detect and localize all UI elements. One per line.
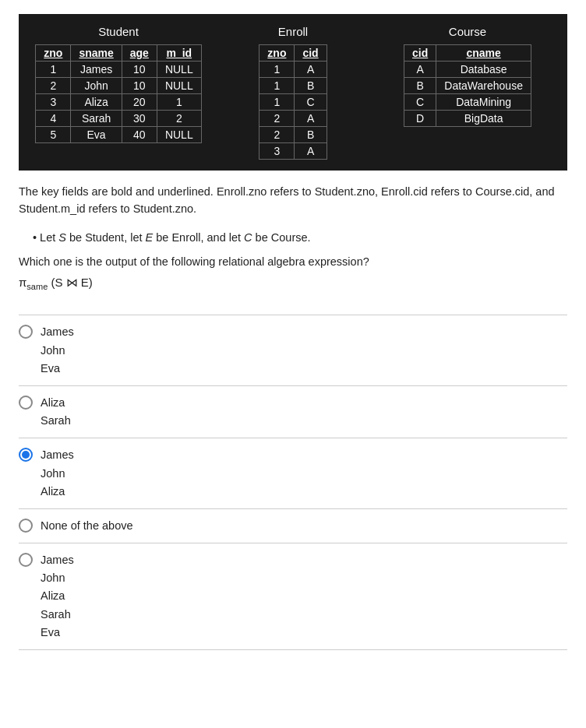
table-row: ADatabase: [404, 62, 531, 78]
course-col-cid: cid: [404, 45, 436, 62]
enroll-col-zno: zno: [259, 45, 295, 62]
student-col-zno: zno: [36, 45, 71, 62]
radio-button[interactable]: [19, 448, 33, 462]
student-col-mid: m_id: [157, 45, 201, 62]
table-row: 5Eva40NULL: [36, 127, 201, 143]
radio-inner-dot: [22, 451, 30, 459]
student-table: zno sname age m_id 1James10NULL2John10NU…: [35, 44, 201, 143]
table-row: 2A: [259, 111, 327, 127]
enroll-table-title: Enroll: [206, 25, 380, 38]
radio-button[interactable]: [19, 396, 33, 410]
pi-symbol: π: [19, 276, 26, 289]
description-text: The key fields are bold and underlined. …: [19, 183, 567, 218]
student-col-age: age: [122, 45, 157, 62]
option-item[interactable]: None of the above: [19, 509, 567, 543]
student-col-sname: sname: [71, 45, 122, 62]
table-row: 2John10NULL: [36, 78, 201, 94]
student-table-section: Student zno sname age m_id 1James10NULL2…: [31, 25, 206, 160]
options-container: JamesJohnEvaAlizaSarahJamesJohnAlizaNone…: [19, 315, 567, 650]
course-table-title: Course: [380, 25, 555, 38]
option-item[interactable]: JamesJohnAliza: [19, 438, 567, 509]
table-row: 4Sarah302: [36, 111, 201, 127]
table-row: 1C: [259, 94, 327, 111]
tables-section: Student zno sname age m_id 1James10NULL2…: [19, 14, 567, 171]
course-table: cid cname ADatabaseBDataWarehouseCDataMi…: [404, 44, 531, 127]
enroll-table-section: Enroll zno cid 1A1B1C2A2B3A: [206, 25, 380, 160]
table-row: 2B: [259, 127, 327, 143]
option-text: JamesJohnAlizaSarahEva: [41, 551, 74, 642]
option-item[interactable]: JamesJohnEva: [19, 315, 567, 386]
option-text: AlizaSarah: [41, 394, 71, 430]
table-row: 1James10NULL: [36, 62, 201, 78]
table-row: BDataWarehouse: [404, 78, 531, 94]
option-item[interactable]: JamesJohnAlizaSarahEva: [19, 543, 567, 650]
enroll-table: zno cid 1A1B1C2A2B3A: [259, 44, 327, 160]
option-text: JamesJohnEva: [41, 323, 74, 378]
table-row: 3Aliza201: [36, 94, 201, 111]
enroll-col-cid: cid: [295, 45, 327, 62]
table-row: 1A: [259, 62, 327, 78]
table-row: 3A: [259, 143, 327, 160]
table-row: DBigData: [404, 111, 531, 127]
table-row: 1B: [259, 78, 327, 94]
student-table-title: Student: [31, 25, 206, 38]
radio-button[interactable]: [19, 325, 33, 339]
table-row: CDataMining: [404, 94, 531, 111]
option-text: None of the above: [41, 517, 133, 535]
course-table-section: Course cid cname ADatabaseBDataWarehouse…: [380, 25, 555, 160]
question-text: Which one is the output of the following…: [19, 255, 567, 268]
expression-text: πsame (S ⋈ E): [19, 276, 567, 291]
option-text: JamesJohnAliza: [41, 446, 74, 501]
expression-subscript: same: [26, 282, 48, 291]
bullet-text: Let S be Student, let E be Enroll, and l…: [33, 229, 567, 246]
option-item[interactable]: AlizaSarah: [19, 386, 567, 438]
radio-button[interactable]: [19, 519, 33, 533]
course-col-cname: cname: [436, 45, 531, 62]
radio-button[interactable]: [19, 553, 33, 567]
